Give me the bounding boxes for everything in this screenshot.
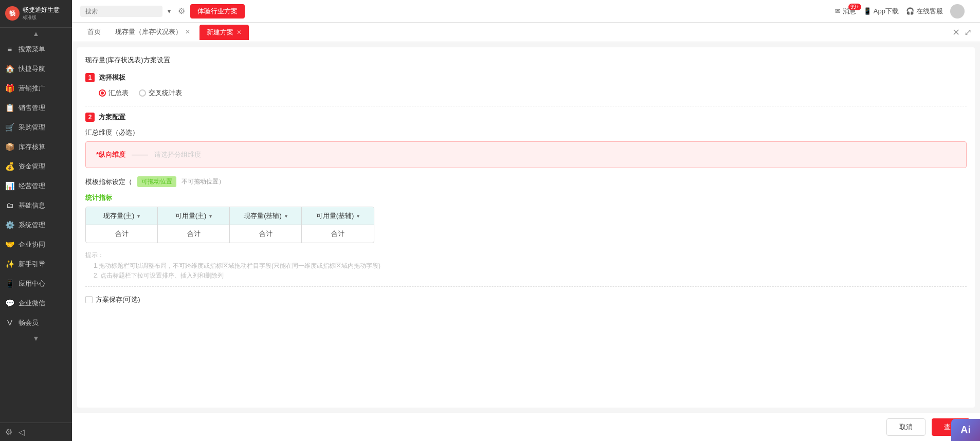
stats-col1-label: 现存量(主): [103, 211, 135, 220]
sidebar-item-quick-nav[interactable]: 🏠 快捷导航: [0, 59, 72, 79]
window-expand-btn[interactable]: ⤢: [964, 27, 972, 38]
message-badge: 99+: [848, 4, 861, 10]
step2-section: 2 方案配置 汇总维度（必选） *纵向维度 —— 请选择分组维度 模板指标设定（…: [85, 113, 967, 280]
sidebar-item-inventory[interactable]: 📦 库存核算: [0, 137, 72, 157]
sidebar-item-finance[interactable]: 💰 资金管理: [0, 157, 72, 176]
window-close-btn[interactable]: ✕: [952, 27, 960, 38]
topbar-app-btn[interactable]: 📱 App下载: [863, 7, 899, 16]
template-options: 汇总表 交叉统计表: [99, 88, 967, 98]
topbar-dropdown-btn[interactable]: ▾: [168, 8, 171, 15]
speaker-icon[interactable]: ◁: [19, 427, 25, 437]
sidebar-item-collab[interactable]: 🤝 企业协同: [0, 235, 72, 254]
stats-col1-header[interactable]: 现存量(主) ▾: [86, 207, 158, 225]
section-divider-1: [85, 106, 967, 106]
sidebar-item-marketing[interactable]: 🎁 营销推广: [0, 79, 72, 98]
radio-summary-circle: [99, 89, 106, 97]
sidebar-item-sys-admin-label: 系统管理: [19, 220, 45, 230]
stats-col4-label: 可用量(基辅): [316, 211, 354, 220]
service-icon: 🎧: [906, 7, 914, 15]
save-option: 方案保存(可选): [85, 295, 967, 304]
settings-icon[interactable]: ⚙: [5, 427, 12, 437]
sidebar-item-wechat[interactable]: 💬 企业微信: [0, 293, 72, 313]
stats-col4-dropdown-icon[interactable]: ▾: [357, 213, 359, 219]
app-badge: 标准版: [23, 14, 60, 21]
wechat-icon: 💬: [5, 299, 14, 308]
dimension-area[interactable]: *纵向维度 —— 请选择分组维度: [85, 141, 967, 168]
step2-num: 2: [85, 113, 95, 122]
save-checkbox[interactable]: [85, 296, 93, 303]
tab-inventory-label: 现存量（库存状况表）: [115, 27, 182, 36]
base-info-icon: 🗂: [5, 201, 14, 210]
topbar-service-btn[interactable]: 🎧 在线客服: [906, 7, 943, 16]
purchase-icon: 🛒: [5, 123, 14, 132]
stats-col3-dropdown-icon[interactable]: ▾: [285, 213, 287, 219]
trial-button[interactable]: 体验行业方案: [190, 4, 245, 19]
scroll-down-btn[interactable]: ▼: [0, 333, 72, 344]
sidebar-item-operations[interactable]: 📊 经营管理: [0, 176, 72, 196]
ai-badge[interactable]: Ai: [951, 419, 980, 441]
section-divider-2: [85, 286, 967, 287]
sidebar-item-wechat-label: 企业微信: [19, 299, 45, 308]
sidebar-item-collab-label: 企业协同: [19, 240, 45, 249]
logo-text-group: 畅捷通好生意 标准版: [23, 6, 60, 21]
stats-section: 统计指标 现存量(主) ▾ 可用量(主) ▾: [85, 193, 967, 245]
membership-icon: V: [5, 318, 14, 327]
footer-bar: 取消 查询: [72, 413, 980, 441]
app-center-icon: 📱: [5, 279, 14, 288]
scroll-up-btn[interactable]: ▲: [0, 28, 72, 40]
search-menu-icon: ≡: [5, 45, 14, 54]
sidebar-item-app-center[interactable]: 📱 应用中心: [0, 274, 72, 293]
stats-col4-header[interactable]: 可用量(基辅) ▾: [302, 207, 374, 225]
sidebar: 畅 畅捷通好生意 标准版 ▲ ≡ 搜索菜单 🏠 快捷导航 🎁 营销推广 📋 销售…: [0, 0, 72, 441]
stats-cell-1-1: 合计: [86, 225, 158, 243]
stats-col2-dropdown-icon[interactable]: ▾: [209, 213, 212, 219]
sidebar-item-app-center-label: 应用中心: [19, 279, 45, 288]
field-placeholder: 请选择分组维度: [154, 150, 201, 159]
guide-icon: ✨: [5, 260, 14, 269]
finance-icon: 💰: [5, 162, 14, 171]
sidebar-item-marketing-label: 营销推广: [19, 84, 45, 93]
content-inner: 现存量(库存状况表)方案设置 1 选择模板 汇总表 交叉统计表: [77, 47, 975, 408]
app-name: 畅捷通好生意: [23, 6, 60, 14]
step2-label: 方案配置: [99, 113, 125, 122]
stats-col2-header[interactable]: 可用量(主) ▾: [158, 207, 230, 225]
cancel-button[interactable]: 取消: [886, 418, 925, 436]
option-summary[interactable]: 汇总表: [99, 88, 129, 98]
tab-new-plan-close-icon[interactable]: ✕: [237, 29, 242, 36]
stats-body-row-1: 合计 合计 合计 合计: [86, 225, 374, 243]
tips-section: 提示： 1.拖动标题栏可以调整布局，不可跨维度或指标区域拖动栏目字段(只能在同一…: [85, 251, 967, 280]
sidebar-item-guide[interactable]: ✨ 新手引导: [0, 254, 72, 274]
indicator-settings: 模板指标设定（ 可拖动位置 不可拖动位置）: [85, 176, 967, 187]
step1-num: 1: [85, 73, 95, 82]
tips-item-1: 1.拖动标题栏可以调整布局，不可跨维度或指标区域拖动栏目字段(只能在同一维度或指…: [94, 262, 967, 270]
tab-new-plan[interactable]: 新建方案 ✕: [199, 25, 249, 40]
stats-label: 统计指标: [85, 193, 967, 203]
topbar-search-input[interactable]: [80, 6, 162, 17]
sidebar-item-operations-label: 经营管理: [19, 181, 45, 191]
option-cross[interactable]: 交叉统计表: [139, 88, 182, 98]
sidebar-item-base-info[interactable]: 🗂 基础信息: [0, 196, 72, 215]
sidebar-bottom: ⚙ ◁: [0, 422, 72, 441]
tab-home[interactable]: 首页: [80, 23, 108, 42]
sidebar-item-base-info-label: 基础信息: [19, 201, 45, 210]
sidebar-item-purchase-label: 采购管理: [19, 123, 45, 132]
tab-inventory-status[interactable]: 现存量（库存状况表） ✕: [108, 23, 197, 42]
sidebar-item-search-menu[interactable]: ≡ 搜索菜单: [0, 40, 72, 59]
option-cross-label: 交叉统计表: [149, 88, 182, 98]
sidebar-item-sales[interactable]: 📋 销售管理: [0, 98, 72, 118]
stats-col3-header[interactable]: 现存量(基辅) ▾: [230, 207, 302, 225]
topbar-message-btn[interactable]: ✉ 消息 99+: [835, 7, 856, 16]
topbar-right: ✉ 消息 99+ 📱 App下载 🎧 在线客服: [835, 4, 972, 19]
stats-cell-1-4: 合计: [302, 225, 374, 243]
inventory-icon: 📦: [5, 142, 14, 152]
sidebar-item-sys-admin[interactable]: ⚙️ 系统管理: [0, 215, 72, 235]
message-icon: ✉: [835, 7, 841, 15]
sidebar-item-membership[interactable]: V 畅会员: [0, 313, 72, 333]
sales-icon: 📋: [5, 103, 14, 113]
stats-col3-label: 现存量(基辅): [244, 211, 282, 220]
stats-col1-dropdown-icon[interactable]: ▾: [137, 213, 140, 219]
tab-inventory-close-icon[interactable]: ✕: [185, 28, 190, 35]
sidebar-item-purchase[interactable]: 🛒 采购管理: [0, 118, 72, 137]
field-arrow: ——: [132, 150, 148, 159]
topbar-gear-icon[interactable]: ⚙: [178, 6, 185, 16]
